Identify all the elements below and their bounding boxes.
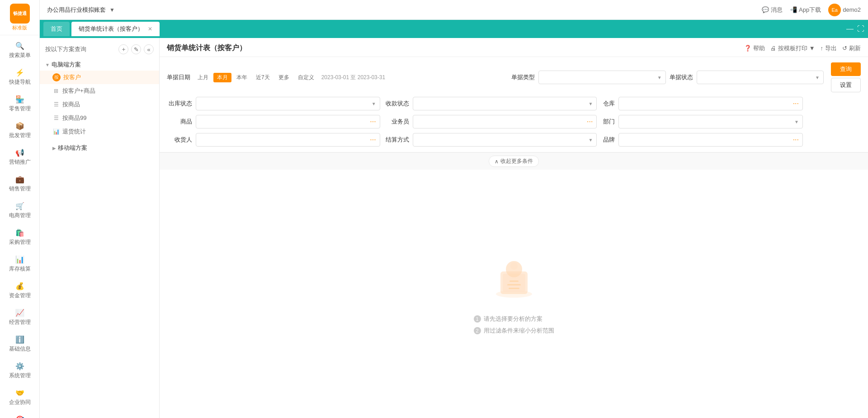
query-button[interactable]: 查询 <box>831 62 861 76</box>
type-select[interactable]: ▼ <box>538 71 665 84</box>
goods-select[interactable]: ··· <box>196 115 380 128</box>
message-label: 消息 <box>771 6 783 14</box>
user-area[interactable]: Ea demo2 <box>828 4 861 16</box>
export-button[interactable]: ↑ 导出 <box>821 44 837 52</box>
sidebar-item-system[interactable]: ⚙️ 系统管理 <box>0 357 39 384</box>
svg-rect-7 <box>509 288 519 289</box>
settlement-select[interactable]: ▼ <box>413 133 597 147</box>
scheme-item-by-customer-goods[interactable]: ⊞ 按客户+商品 <box>40 84 159 98</box>
date-tab-7days[interactable]: 近7天 <box>252 73 274 82</box>
pay-status-select[interactable]: ▼ <box>413 97 597 110</box>
out-status-arrow: ▼ <box>372 101 376 106</box>
scheme-item-label: 按客户 <box>63 73 81 81</box>
date-tab-custom[interactable]: 自定义 <box>294 73 318 82</box>
brand-label: 品牌 <box>600 136 615 144</box>
tab-home[interactable]: 首页 <box>43 22 70 36</box>
receiver-label: 收货人 <box>167 136 192 144</box>
scheme-item-by-goods[interactable]: ☰ 按商品 <box>40 98 159 111</box>
date-tab-this-year[interactable]: 本年 <box>233 73 251 82</box>
tip-num-2: 2 <box>474 327 481 334</box>
pay-status-arrow: ▼ <box>588 101 593 106</box>
empty-state: 1 请先选择要分析的方案 2 用过滤条件来缩小分析范围 <box>160 170 868 418</box>
scheme-group-desktop-header[interactable]: ▼ 电脑端方案 <box>40 59 159 71</box>
scheme-item-return-stat[interactable]: 📊 退货统计 <box>40 125 159 138</box>
topbar-dropdown-arrow[interactable]: ▼ <box>109 7 115 13</box>
date-tab-more[interactable]: 更多 <box>275 73 293 82</box>
filter-row-2: 出库状态 ▼ 收款状态 ▼ 仓库 ··· <box>167 97 861 110</box>
scheme-item-by-customer[interactable]: 按 按客户 <box>40 71 159 84</box>
tab-close-icon[interactable]: ✕ <box>148 26 152 32</box>
help-button[interactable]: ❓ 帮助 <box>744 44 765 52</box>
by-customer-icon: 按 <box>52 73 61 81</box>
type-select-arrow: ▼ <box>657 75 662 80</box>
empty-illustration <box>487 253 541 308</box>
sidebar-item-sales[interactable]: 💼 销售管理 <box>0 171 39 197</box>
out-status-select[interactable]: ▼ <box>196 97 380 110</box>
salesperson-dots: ··· <box>587 118 593 126</box>
collapse-bar[interactable]: ∧ 收起更多条件 <box>160 152 868 170</box>
app-download-label: App下载 <box>799 6 821 14</box>
sidebar-item-inventory[interactable]: 📊 库存核算 <box>0 251 39 277</box>
export-icon: ↑ <box>821 45 824 52</box>
tab-sales-stat[interactable]: 销货单统计表（按客户） ✕ <box>71 22 160 36</box>
sidebar-item-ecommerce[interactable]: 🛒 电商管理 <box>0 197 39 224</box>
department-select[interactable]: ▼ <box>618 115 803 128</box>
warehouse-select[interactable]: ··· <box>618 97 803 110</box>
left-panel-title: 按以下方案查询 <box>45 45 86 53</box>
receiver-select[interactable]: ··· <box>196 133 380 147</box>
scheme-item-label: 按商品99 <box>62 114 86 122</box>
print-dropdown-icon[interactable]: ▼ <box>809 45 815 52</box>
collapse-panel-button[interactable]: « <box>144 44 154 54</box>
collapse-button[interactable]: ∧ 收起更多条件 <box>489 156 539 167</box>
maximize-icon[interactable]: ⛶ <box>857 25 864 33</box>
app-download-button[interactable]: 📲 App下载 <box>790 6 821 14</box>
sidebar-item-operation[interactable]: 📈 经营管理 <box>0 304 39 331</box>
sidebar-item-base[interactable]: ℹ️ 基础信息 <box>0 331 39 357</box>
salesperson-select[interactable]: ··· <box>413 115 597 128</box>
status-select[interactable]: ▼ <box>697 71 824 84</box>
message-button[interactable]: 💬 消息 <box>762 6 783 14</box>
department-arrow: ▼ <box>794 119 799 124</box>
collapse-up-icon: ∧ <box>495 158 499 165</box>
scheme-item-by-goods99[interactable]: ☰ 按商品99 <box>40 111 159 125</box>
refresh-icon: ↺ <box>842 45 847 52</box>
minimize-icon[interactable]: — <box>846 25 854 33</box>
sidebar-item-label: 电商管理 <box>9 212 31 219</box>
date-tab-this-month[interactable]: 本月 <box>213 73 231 82</box>
edit-scheme-button[interactable]: ✎ <box>131 44 141 54</box>
sidebar-item-quick-nav[interactable]: ⚡ 快捷导航 <box>0 64 39 90</box>
scheme-group-desktop: ▼ 电脑端方案 按 按客户 ⊞ 按客户+商品 ☰ 按商品 ☰ 按商品99 <box>40 57 159 140</box>
refresh-button[interactable]: ↺ 刷新 <box>842 44 861 52</box>
department-label: 部门 <box>600 118 615 126</box>
sidebar-item-label: 经营管理 <box>9 318 31 326</box>
by-goods-icon: ☰ <box>52 101 60 108</box>
date-tab-last-month[interactable]: 上月 <box>194 73 212 82</box>
sidebar-nav: 🔍 搜索菜单 ⚡ 快捷导航 🏪 零售管理 📦 批发管理 📢 营销推广 💼 销售管… <box>0 35 39 418</box>
warehouse-dots: ··· <box>793 100 799 108</box>
sidebar-item-newuser[interactable]: 🎯 新手引导 <box>0 411 39 418</box>
app-subtitle: 标准版 <box>12 24 27 31</box>
sidebar-item-finance[interactable]: 💰 资金管理 <box>0 277 39 304</box>
page-header: 销货单统计表（按客户） ❓ 帮助 🖨 按模板打印 ▼ ↑ 导出 <box>160 38 868 57</box>
sidebar-item-retail[interactable]: 🏪 零售管理 <box>0 90 39 117</box>
scheme-group-mobile-header[interactable]: ▶ 移动端方案 <box>40 142 159 154</box>
sidebar-item-purchase[interactable]: 🛍️ 采购管理 <box>0 224 39 251</box>
topbar-right: 💬 消息 📲 App下载 Ea demo2 <box>762 4 861 16</box>
settings-button[interactable]: 设置 <box>831 78 861 92</box>
sidebar-item-enterprise[interactable]: 🤝 企业协同 <box>0 384 39 411</box>
export-label: 导出 <box>825 44 837 52</box>
receiver-dots: ··· <box>370 136 376 144</box>
sidebar-item-search[interactable]: 🔍 搜索菜单 <box>0 37 39 64</box>
add-scheme-button[interactable]: ＋ <box>118 44 128 54</box>
mobile-group-expand-icon: ▶ <box>52 146 56 151</box>
sidebar-item-wholesale[interactable]: 📦 批发管理 <box>0 117 39 144</box>
tip-text-1: 请先选择要分析的方案 <box>484 315 542 323</box>
sidebar-item-marketing[interactable]: 📢 营销推广 <box>0 144 39 171</box>
collapse-label: 收起更多条件 <box>500 157 533 165</box>
inventory-icon: 📊 <box>15 255 24 264</box>
download-icon: 📲 <box>790 6 797 13</box>
brand-select[interactable]: ··· <box>618 133 803 147</box>
ecommerce-icon: 🛒 <box>15 202 24 210</box>
date-tabs: 上月 本月 本年 近7天 更多 自定义 <box>194 73 318 82</box>
print-button[interactable]: 🖨 按模板打印 ▼ <box>770 44 815 52</box>
